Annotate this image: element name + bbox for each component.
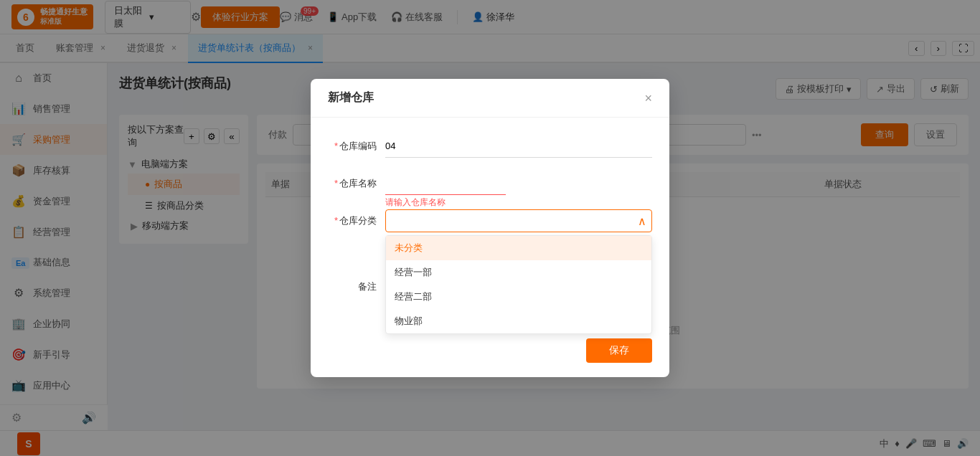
name-error-msg: 请输入仓库名称	[385, 196, 446, 209]
modal-title: 新增仓库	[328, 90, 374, 105]
dropdown-item-unclassified[interactable]: 未分类	[386, 236, 651, 260]
dropdown-item-ops1[interactable]: 经营一部	[386, 260, 651, 285]
save-button[interactable]: 保存	[586, 338, 652, 363]
category-dropdown: 未分类 经营一部 经营二部 物业部	[385, 235, 652, 334]
category-toggle-icon[interactable]: ∧	[638, 214, 646, 228]
name-input[interactable]	[385, 172, 506, 195]
modal-footer: 保存	[311, 330, 669, 377]
dropdown-item-property[interactable]: 物业部	[386, 309, 651, 333]
modal-body: 仓库编码 仓库名称 请输入仓库名称 仓库分类 ∧	[311, 118, 669, 330]
category-input[interactable]	[385, 209, 652, 232]
dropdown-item-ops2[interactable]: 经营二部	[386, 285, 651, 309]
new-warehouse-modal: 新增仓库 × 仓库编码 仓库名称 请输入仓库名称 仓库分类	[311, 79, 669, 377]
modal-overlay: 新增仓库 × 仓库编码 仓库名称 请输入仓库名称 仓库分类	[0, 0, 980, 456]
category-field-row: 仓库分类 ∧ 未分类 经营一部 经营二部	[328, 209, 652, 232]
name-label: 仓库名称	[328, 172, 385, 195]
code-field-row: 仓库编码	[328, 135, 652, 158]
name-field-row: 仓库名称 请输入仓库名称	[328, 172, 652, 195]
modal-close-button[interactable]: ×	[644, 92, 652, 105]
category-label: 仓库分类	[328, 209, 385, 232]
code-input[interactable]	[385, 135, 652, 158]
note-label: 备注	[328, 275, 385, 298]
modal-header: 新增仓库 ×	[311, 79, 669, 118]
code-label: 仓库编码	[328, 135, 385, 158]
category-input-wrap: ∧	[385, 209, 652, 232]
